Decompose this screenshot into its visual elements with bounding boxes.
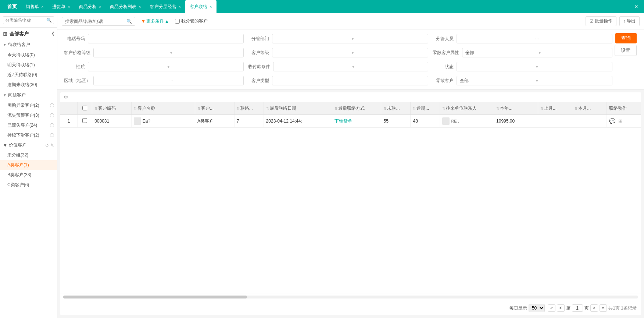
manager-input[interactable]: ··· [457,34,612,43]
filter-region: 区域（地区） ··· [62,75,246,86]
select-all-checkbox[interactable] [82,106,87,110]
sidebar-item-declining[interactable]: 持续下滑客户(2) ⓘ [0,130,57,140]
close-contact-tab[interactable]: × [210,4,212,9]
qr-action-icon[interactable]: ⊞ [618,118,623,124]
sidebar-item-tomorrow[interactable]: 明天待联络(1) [0,60,57,70]
scroll-thumb[interactable] [63,296,247,298]
phone-input[interactable] [88,34,244,43]
last-page-btn[interactable]: » [600,304,607,312]
nav-tab-customer-segment[interactable]: 客户分层经营 × [146,0,185,13]
sidebar-all-customers-header[interactable]: ⊞ 全部客户 《 [0,28,57,39]
edit-icon[interactable]: ✎ [50,143,54,148]
nav-tab-home[interactable]: 首页 [3,0,21,13]
filter-icon: ▼ [141,19,146,24]
last-method-link[interactable]: 下销货单 [334,119,352,124]
col-last-method[interactable]: ⇅最后联络方式 [332,102,381,115]
manager-more-icon[interactable]: ··· [535,36,609,41]
col-level[interactable]: ⇅客户... [195,102,235,115]
cell-code: 000031 [92,115,132,128]
filter-more-btn[interactable]: ▼ 更多条件 ▲ [138,17,172,26]
close-purchase-tab[interactable]: × [68,4,70,9]
close-all-tabs[interactable]: × [631,3,641,11]
sidebar-item-ungraded[interactable]: 未分组(32) [0,150,57,160]
nav-tab-customer-contact[interactable]: 客户联络 × [185,0,216,13]
col-this-month[interactable]: ⇅本月... [572,102,607,115]
cell-overdue: 48 [411,115,440,128]
sidebar-group-problem[interactable]: ▼ 问题客户 [0,90,57,100]
sidebar-group-pending[interactable]: ▼ 待联络客户 [0,39,57,50]
status-dropdown[interactable]: ▼ [457,62,612,71]
next-page-btn[interactable]: > [590,304,598,312]
col-no-contact[interactable]: ⇅未联... [381,102,411,115]
row-checkbox[interactable] [82,118,87,123]
region-input[interactable]: ··· [93,76,244,85]
col-checkbox[interactable] [78,102,92,115]
collapse-icon[interactable]: 《 [50,31,54,37]
sidebar-item-a-class[interactable]: A类客户(1) [0,160,57,170]
prev-page-btn[interactable]: < [557,304,565,312]
sidebar-item-c-class[interactable]: C类客户(6) [0,180,57,190]
sidebar-item-overdue[interactable]: 逾期未联络(30) [0,80,57,90]
nav-tab-analysis[interactable]: 商品分析 × [75,0,105,13]
horizontal-scrollbar[interactable] [60,293,641,301]
customer-type-input[interactable] [272,76,428,85]
nav-tab-purchase[interactable]: 进货单 × [48,0,74,13]
batch-op-button[interactable]: ☑ 批量操作 [586,16,616,26]
col-current-year[interactable]: ⇅本年... [494,102,538,115]
export-button[interactable]: ↑ 导出 [619,16,640,26]
price-level-arrow: ▼ [169,51,241,55]
sidebar-item-7days[interactable]: 近7天待联络(0) [0,70,57,80]
nav-tab-sales[interactable]: 销售单 × [21,0,48,13]
page-size-select[interactable]: 50 [529,304,545,312]
filter-my-customers[interactable]: 我分管的客户 [175,18,208,24]
sidebar-search-icon: 🔍 [46,18,52,23]
col-contact[interactable]: ⇅联络... [234,102,264,115]
col-last-month[interactable]: ⇅上月... [538,102,572,115]
nature-dropdown[interactable]: ▼ [88,62,244,71]
table-settings-icon[interactable]: ⚙ [63,94,69,100]
close-analysis-list-tab[interactable]: × [139,4,141,9]
pagination-controls: « < 第 页 > » 共1页 1条记录 [548,304,637,312]
sort-icon-2: ⇅ [134,106,137,110]
close-analysis-tab[interactable]: × [99,4,101,9]
sidebar-group-value[interactable]: ▼ 价值客户 ↺ ✎ [0,140,57,150]
scroll-track [63,296,638,298]
settings-button[interactable]: 设置 [615,45,637,56]
filter-retail-attr: 零散客户属性 全部 ▼ [430,47,615,58]
col-unit-contact[interactable]: ⇅往来单位联系人 [440,102,494,115]
retail-dropdown[interactable]: 全部 ▼ [457,76,612,85]
price-level-dropdown[interactable]: ▼ [93,48,244,57]
col-code[interactable]: ⇅客户编码 [92,102,132,115]
close-sales-tab[interactable]: × [41,4,43,9]
more-arrow-icon: ▲ [165,19,169,24]
table-header-row: ⚙ [60,92,641,102]
sidebar-item-b-class[interactable]: B类客户(33) [0,170,57,180]
customer-level-dropdown[interactable]: ▼ [272,48,428,57]
sidebar-item-lost-warning[interactable]: 流失预警客户(3) ⓘ [0,110,57,120]
filter-search-input[interactable] [65,19,125,24]
dept-dropdown[interactable]: ▼ [272,34,428,43]
refresh-icon[interactable]: ↺ [45,143,49,148]
payment-dropdown[interactable]: ▼ [273,62,428,71]
region-more-icon[interactable]: ··· [169,78,241,83]
close-segment-tab[interactable]: × [179,4,181,9]
info-icon: ⓘ [50,103,54,108]
page-number-input[interactable] [572,304,583,312]
my-customers-checkbox[interactable] [175,19,180,24]
cell-last-method[interactable]: 下销货单 [332,115,381,128]
query-button[interactable]: 查询 [615,33,637,43]
message-action-icon[interactable]: 💬 [609,118,615,124]
filter-payment: 收付款条件 ▼ [246,61,430,72]
sidebar-item-today[interactable]: 今天待联络(0) [0,50,57,60]
sidebar-item-abnormal[interactable]: 囤购异常客户(2) ⓘ [0,100,57,110]
col-name[interactable]: ⇅客户名称 [131,102,195,115]
retail-attr-dropdown[interactable]: 全部 ▼ [462,48,612,57]
col-last-date[interactable]: ⇅最后联络日期 [264,102,332,115]
col-overdue[interactable]: ⇅逾期... [411,102,440,115]
first-page-btn[interactable]: « [548,304,555,312]
nav-tab-analysis-list[interactable]: 商品分析列表 × [105,0,145,13]
cell-checkbox[interactable] [78,115,92,128]
filter-search-box[interactable]: 🔍 [62,17,135,26]
sidebar-item-lost[interactable]: 已流失客户(24) ⓘ [0,120,57,130]
customer-level-label: 客户等级 [248,50,272,56]
